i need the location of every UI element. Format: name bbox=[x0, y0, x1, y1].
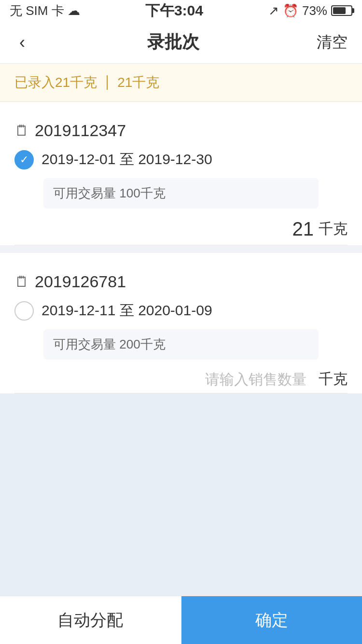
batch-2-id: 2019126781 bbox=[35, 272, 126, 291]
location-icon: ↗ bbox=[268, 3, 279, 18]
batch-item-1: 🗒 2019112347 2019-12-01 至 2019-12-30 可用交… bbox=[0, 102, 362, 245]
batch-1-qty-value: 21 bbox=[292, 218, 314, 240]
batch-2-qty-input[interactable] bbox=[169, 371, 314, 388]
auto-distribute-button[interactable]: 自动分配 bbox=[0, 596, 181, 644]
batch-2-icon: 🗒 bbox=[14, 274, 29, 290]
batch-1-dates: 2019-12-01 至 2019-12-30 bbox=[42, 150, 212, 169]
recorded-value: 21千克 bbox=[117, 73, 159, 92]
batch-1-icon: 🗒 bbox=[14, 123, 29, 139]
batch-2-input-row: 千克 bbox=[14, 360, 348, 389]
status-time: 下午3:04 bbox=[145, 1, 203, 21]
page-title: 录批次 bbox=[147, 30, 199, 54]
batch-1-available: 可用交易量 100千克 bbox=[43, 178, 319, 209]
bottom-bar: 自动分配 确定 bbox=[0, 596, 362, 644]
batch-item-2: 🗒 2019126781 2019-12-11 至 2020-01-09 可用交… bbox=[0, 253, 362, 393]
confirm-button[interactable]: 确定 bbox=[181, 596, 362, 644]
batch-1-qty-unit: 千克 bbox=[319, 219, 348, 239]
batch-1-id: 2019112347 bbox=[35, 121, 126, 140]
batch-2-row[interactable]: 2019-12-11 至 2020-01-09 bbox=[14, 296, 348, 325]
status-left: 无 SIM 卡 ☁ bbox=[10, 2, 80, 19]
batch-2-dates: 2019-12-11 至 2020-01-09 bbox=[42, 301, 212, 321]
batch-1-radio[interactable] bbox=[14, 150, 34, 169]
page-content: ‹ 录批次 清空 已录入21千克 21千克 🗒 2019112347 2019-… bbox=[0, 21, 362, 644]
clear-button[interactable]: 清空 bbox=[317, 32, 348, 53]
info-bar: 已录入21千克 21千克 bbox=[0, 64, 362, 102]
empty-area bbox=[0, 393, 362, 596]
batch-1-qty-row: 21 千克 bbox=[14, 209, 348, 240]
batch-2-radio[interactable] bbox=[14, 301, 34, 321]
status-right: ↗ ⏰ 73% bbox=[268, 3, 352, 18]
batch-1-row[interactable]: 2019-12-01 至 2019-12-30 bbox=[14, 145, 348, 174]
alarm-icon: ⏰ bbox=[283, 3, 298, 18]
batch-2-qty-unit: 千克 bbox=[319, 369, 348, 389]
batch-1-header: 🗒 2019112347 bbox=[14, 112, 348, 145]
nav-bar: ‹ 录批次 清空 bbox=[0, 21, 362, 64]
battery-percent: 73% bbox=[302, 3, 327, 18]
sim-label: 无 SIM 卡 ☁ bbox=[10, 2, 80, 19]
battery-icon bbox=[331, 5, 352, 16]
recorded-label: 已录入21千克 bbox=[14, 73, 97, 92]
batch-2-available: 可用交易量 200千克 bbox=[43, 329, 319, 360]
batch-2-header: 🗒 2019126781 bbox=[14, 263, 348, 296]
status-bar: 无 SIM 卡 ☁ 下午3:04 ↗ ⏰ 73% bbox=[0, 0, 362, 21]
back-button[interactable]: ‹ bbox=[14, 28, 30, 57]
batch-separator bbox=[0, 245, 362, 253]
info-divider bbox=[107, 75, 108, 90]
